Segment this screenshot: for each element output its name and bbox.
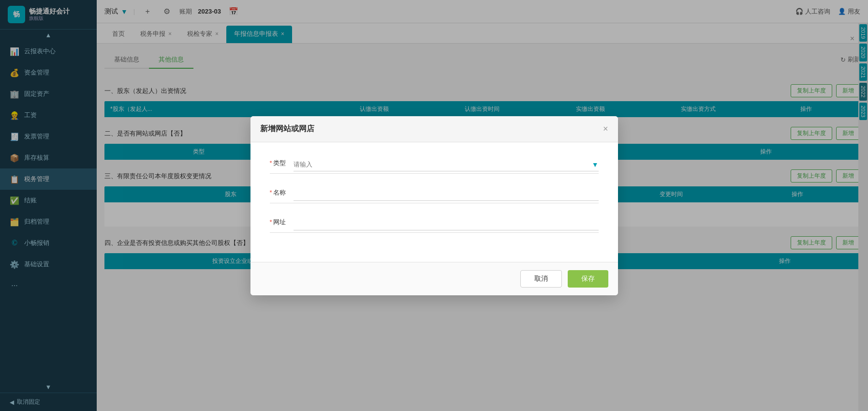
modal-footer: 取消 保存 [250,262,618,295]
modal-overlay: 新增网站或网店 × *类型 ▼ [0,0,868,411]
name-label: *名称 [270,188,286,197]
add-website-modal: 新增网站或网店 × *类型 ▼ [250,116,618,295]
form-row-type: *类型 ▼ [270,158,599,174]
modal-header: 新增网站或网店 × [250,116,618,142]
name-input[interactable] [294,187,599,201]
url-input[interactable] [294,217,599,230]
form-row-url: *网址 [270,217,599,233]
name-required-mark: * [270,189,272,196]
url-label: *网址 [270,218,286,227]
type-label: *类型 [270,159,286,167]
modal-title: 新增网站或网店 [260,124,314,134]
modal-body: *类型 ▼ *名称 [250,142,618,262]
type-input[interactable] [294,158,599,171]
type-required-mark: * [270,159,272,167]
form-row-name: *名称 [270,187,599,203]
modal-close-button[interactable]: × [603,124,608,134]
url-required-mark: * [270,218,272,226]
save-button[interactable]: 保存 [568,270,608,288]
cancel-button[interactable]: 取消 [520,270,562,288]
